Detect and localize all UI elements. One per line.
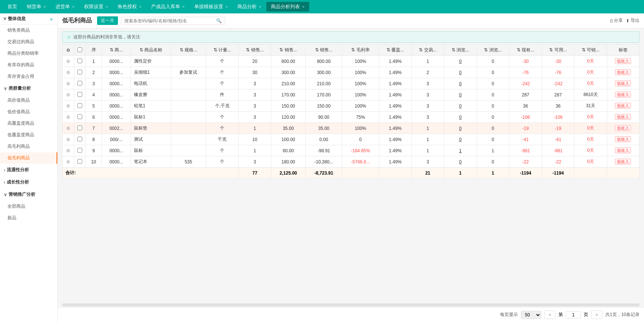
search-input[interactable]: [124, 18, 215, 23]
row-select-checkbox[interactable]: [77, 81, 82, 86]
row-select-checkbox[interactable]: [77, 70, 82, 74]
row-checkbox[interactable]: [74, 156, 86, 168]
sidebar-item-all-goods[interactable]: 全部商品: [0, 201, 57, 212]
col-sellable-days[interactable]: ⇅ 可销...: [574, 45, 607, 56]
nav-roles-close[interactable]: ×: [139, 4, 141, 9]
nav-home[interactable]: 首页: [3, 2, 22, 12]
export-button[interactable]: ⬆ 导出: [626, 17, 640, 24]
nav-product-entry-close[interactable]: ×: [182, 4, 185, 9]
sidebar-item-high-value[interactable]: 高价值商品: [0, 95, 57, 106]
col-sales-amount[interactable]: ⇅ 销售...: [305, 45, 342, 56]
row-settings[interactable]: ⚙: [63, 134, 74, 145]
col-current-stock[interactable]: ⇅ 现有...: [509, 45, 542, 56]
select-all-checkbox[interactable]: [77, 47, 82, 52]
row-views1[interactable]: 0: [444, 123, 477, 134]
nav-product-analysis[interactable]: 商品分析 ×: [233, 2, 266, 12]
next-page-btn[interactable]: ＞: [591, 310, 602, 319]
nav-template[interactable]: 单据模板设置 ×: [190, 2, 232, 12]
nav-sales[interactable]: 销货单 ×: [22, 2, 50, 12]
row-checkbox[interactable]: [74, 112, 86, 123]
row-views1[interactable]: 0: [444, 89, 477, 101]
sidebar-item-low-coverage[interactable]: 低覆盖度商品: [0, 129, 57, 141]
sidebar-item-low-value[interactable]: 低价值商品: [0, 106, 57, 118]
row-settings[interactable]: ⚙: [63, 56, 74, 67]
sidebar-collapse-btn[interactable]: «: [48, 16, 54, 22]
row-settings[interactable]: ⚙: [63, 145, 74, 156]
row-views1[interactable]: 0: [444, 156, 477, 168]
per-page-select[interactable]: 50 100: [521, 311, 541, 319]
share-button[interactable]: ⎙ 分享: [610, 17, 623, 24]
col-transactions[interactable]: ⇅ 交易...: [411, 45, 444, 56]
row-checkbox[interactable]: [74, 101, 86, 112]
col-settings[interactable]: ⚙: [63, 45, 74, 56]
row-checkbox[interactable]: [74, 134, 86, 145]
sidebar-item-sales-goods[interactable]: 销售类商品: [0, 25, 57, 36]
col-tag[interactable]: 标签: [607, 45, 639, 56]
nav-permissions-close[interactable]: ×: [106, 4, 108, 9]
row-views1[interactable]: 1: [444, 145, 477, 156]
row-settings[interactable]: ⚙: [63, 101, 74, 112]
col-gross-rate[interactable]: ⇅ 毛利率: [342, 45, 379, 56]
nav-product-analysis-close[interactable]: ×: [259, 4, 261, 9]
sidebar-group-growth[interactable]: ›成长性分析: [0, 176, 57, 188]
col-coverage[interactable]: ⇅ 覆盖...: [379, 45, 412, 56]
nav-permissions[interactable]: 权限设置 ×: [80, 2, 112, 12]
row-select-checkbox[interactable]: [77, 103, 82, 108]
table-container[interactable]: ⚙ 序 ⇅ 商... ⇅ 商品名称 ⇅ 规格... ⇅ 计量... ⇅ 销售..…: [58, 44, 644, 303]
col-available[interactable]: ⇅ 可用...: [542, 45, 574, 56]
horizontal-scrollbar[interactable]: [62, 303, 640, 306]
sidebar-item-category-rate[interactable]: 商品分类助销率: [0, 48, 57, 59]
col-checkbox[interactable]: [74, 45, 86, 56]
page-number-input[interactable]: [566, 311, 581, 319]
search-icon[interactable]: 🔍: [216, 18, 222, 23]
sidebar-group-circulation[interactable]: ›流通性分析: [0, 164, 57, 176]
nav-purchase[interactable]: 进货单 ×: [51, 2, 79, 12]
sidebar-item-low-margin[interactable]: 低毛利商品: [0, 152, 57, 164]
row-settings[interactable]: ⚙: [63, 67, 74, 78]
settings-icon[interactable]: ⚙: [66, 48, 70, 53]
sidebar-item-new-goods[interactable]: 新品: [0, 212, 57, 224]
row-select-checkbox[interactable]: [77, 159, 82, 164]
col-name[interactable]: ⇅ 商品名称: [131, 45, 171, 56]
sidebar-group-marketing[interactable]: ∨营销推广分析: [0, 188, 57, 201]
sidebar-group-cluster[interactable]: ∨类群量分析: [0, 82, 57, 95]
row-select-checkbox[interactable]: [77, 58, 82, 63]
nav-sales-close[interactable]: ×: [44, 4, 46, 9]
row-checkbox[interactable]: [74, 78, 86, 89]
row-settings[interactable]: ⚙: [63, 89, 74, 101]
sidebar-item-high-coverage[interactable]: 高覆盖度商品: [0, 118, 57, 129]
sidebar-item-high-margin[interactable]: 高毛利商品: [0, 141, 57, 152]
nav-purchase-close[interactable]: ×: [72, 4, 74, 9]
row-checkbox[interactable]: [74, 56, 86, 67]
row-views1[interactable]: 0: [444, 78, 477, 89]
nav-product-analysis-list-close[interactable]: ×: [302, 4, 304, 9]
row-select-checkbox[interactable]: [77, 125, 82, 130]
col-no[interactable]: 序: [86, 45, 102, 56]
row-checkbox[interactable]: [74, 123, 86, 134]
sidebar-item-traded-goods[interactable]: 交易过的商品: [0, 36, 57, 48]
row-checkbox[interactable]: [74, 67, 86, 78]
row-settings[interactable]: ⚙: [63, 156, 74, 168]
row-views1[interactable]: 0: [444, 56, 477, 67]
col-sales-qty[interactable]: ⇅ 销售...: [238, 45, 271, 56]
row-views1[interactable]: 0: [444, 134, 477, 145]
sidebar-item-in-stock[interactable]: 有库存的商品: [0, 59, 57, 71]
nav-roles[interactable]: 角色授权 ×: [113, 2, 146, 12]
nav-product-analysis-list[interactable]: 商品分析列表 ×: [266, 2, 309, 12]
row-settings[interactable]: ⚙: [63, 123, 74, 134]
date-filter-button[interactable]: 近一月: [97, 16, 118, 25]
col-views1[interactable]: ⇅ 浏览...: [444, 45, 477, 56]
row-select-checkbox[interactable]: [77, 114, 82, 119]
row-select-checkbox[interactable]: [77, 92, 82, 97]
row-views1[interactable]: 0: [444, 101, 477, 112]
col-views2[interactable]: ⇅ 浏览...: [477, 45, 509, 56]
prev-page-btn[interactable]: ＜: [544, 310, 555, 319]
row-select-checkbox[interactable]: [77, 137, 82, 141]
col-code[interactable]: ⇅ 商...: [102, 45, 131, 56]
row-settings[interactable]: ⚙: [63, 78, 74, 89]
row-checkbox[interactable]: [74, 145, 86, 156]
col-spec[interactable]: ⇅ 规格...: [171, 45, 206, 56]
col-sales-price[interactable]: ⇅ 销售...: [271, 45, 305, 56]
row-views1[interactable]: 0: [444, 112, 477, 123]
row-settings[interactable]: ⚙: [63, 112, 74, 123]
